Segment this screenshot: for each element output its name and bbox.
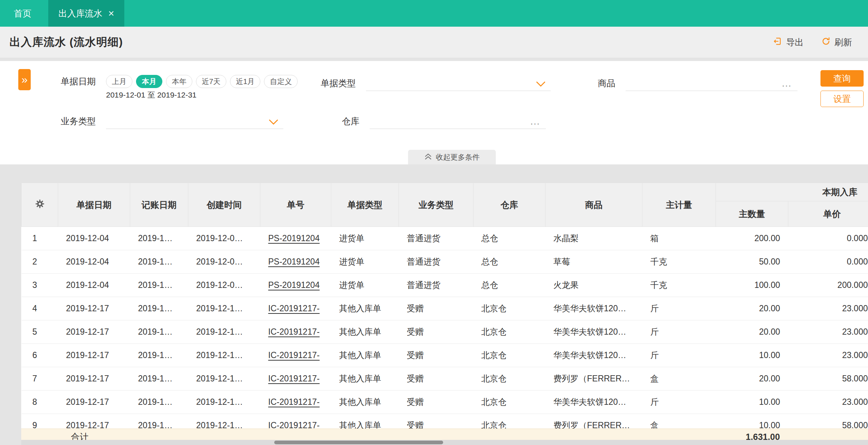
collapse-filters-button[interactable]: 收起更多条件 xyxy=(408,150,496,164)
col-header-doc-no[interactable]: 单号 xyxy=(260,183,331,227)
cell-biz-type: 受赠 xyxy=(399,367,473,391)
close-tab-icon[interactable]: × xyxy=(108,8,114,19)
cell-product: 草莓 xyxy=(546,250,642,274)
doc-no-link[interactable]: IC-20191217- xyxy=(260,344,331,367)
doc-no-link[interactable]: IC-20191217- xyxy=(260,320,331,344)
cell-product: 华美华夫软饼120… xyxy=(546,320,642,344)
cell-created-time: 2019-12-1… xyxy=(188,367,260,391)
col-header-created[interactable]: 创建时间 xyxy=(188,183,260,227)
cell-price: 58.000 xyxy=(788,367,868,391)
export-button[interactable]: 导出 xyxy=(773,37,804,48)
column-settings-button[interactable] xyxy=(22,183,58,227)
horizontal-scrollbar[interactable] xyxy=(21,440,868,445)
col-header-book-date[interactable]: 记账日期 xyxy=(130,183,188,227)
gear-icon xyxy=(35,199,45,209)
expand-sidebar-button[interactable]: » xyxy=(18,69,31,90)
cell-warehouse: 北京仓 xyxy=(473,297,546,320)
table-row[interactable]: 7 2019-12-17 2019-1… 2019-12-1… IC-20191… xyxy=(22,367,868,391)
col-header-qty[interactable]: 主数量 xyxy=(716,201,788,227)
cell-biz-type: 普通进货 xyxy=(399,227,473,250)
date-range-value[interactable]: 2019-12-01 至 2019-12-31 xyxy=(106,90,298,100)
doc-no-link[interactable]: IC-20191217- xyxy=(260,391,331,414)
filter-panel: » 单据日期 上月本月本年近7天近1月自定义 2019-12-01 至 2019… xyxy=(0,61,868,164)
warehouse-label: 仓库 xyxy=(342,115,359,127)
cell-qty: 100.00 xyxy=(716,274,788,297)
cell-book-date: 2019-1… xyxy=(130,344,188,367)
tab-inout-flow[interactable]: 出入库流水 × xyxy=(48,0,124,27)
cell-doc-date: 2019-12-04 xyxy=(58,274,130,297)
col-header-biz-type[interactable]: 业务类型 xyxy=(399,183,473,227)
date-pill[interactable]: 自定义 xyxy=(264,75,298,88)
cell-product: 水晶梨 xyxy=(546,227,642,250)
refresh-label: 刷新 xyxy=(834,37,852,48)
col-header-unit[interactable]: 主计量 xyxy=(642,183,716,227)
cell-book-date: 2019-1… xyxy=(130,367,188,391)
col-header-product[interactable]: 商品 xyxy=(546,183,642,227)
flow-table: 单据日期 记账日期 创建时间 单号 单据类型 业务类型 仓库 商品 主计量 本期… xyxy=(21,183,868,437)
product-field: 商品 … xyxy=(598,76,797,91)
cell-warehouse: 北京仓 xyxy=(473,344,546,367)
product-more-icon[interactable]: … xyxy=(781,77,792,89)
col-header-warehouse[interactable]: 仓库 xyxy=(473,183,546,227)
cell-biz-type: 受赠 xyxy=(399,320,473,344)
doc-no-link[interactable]: PS-20191204 xyxy=(260,274,331,297)
table-row[interactable]: 6 2019-12-17 2019-1… 2019-12-1… IC-20191… xyxy=(22,344,868,367)
cell-unit: 千克 xyxy=(642,274,716,297)
table-row[interactable]: 1 2019-12-04 2019-1… 2019-12-0… PS-20191… xyxy=(22,227,868,250)
date-pill[interactable]: 近7天 xyxy=(196,75,226,88)
cell-created-time: 2019-12-1… xyxy=(188,391,260,414)
col-header-doc-date[interactable]: 单据日期 xyxy=(58,183,130,227)
biz-type-select[interactable] xyxy=(106,114,283,129)
cell-unit: 斤 xyxy=(642,391,716,414)
date-pill[interactable]: 本月 xyxy=(136,75,162,88)
cell-book-date: 2019-1… xyxy=(130,297,188,320)
cell-doc-date: 2019-12-17 xyxy=(58,391,130,414)
table-row[interactable]: 2 2019-12-04 2019-1… 2019-12-0… PS-20191… xyxy=(22,250,868,274)
warehouse-more-icon[interactable]: … xyxy=(530,115,541,127)
table-row[interactable]: 8 2019-12-17 2019-1… 2019-12-1… IC-20191… xyxy=(22,391,868,414)
row-number: 6 xyxy=(22,344,58,367)
product-input[interactable]: … xyxy=(626,76,797,91)
date-pill[interactable]: 本年 xyxy=(166,75,192,88)
doc-no-link[interactable]: PS-20191204 xyxy=(260,250,331,274)
settings-button[interactable]: 设置 xyxy=(820,91,864,107)
warehouse-field: 仓库 … xyxy=(342,114,546,129)
cell-doc-date: 2019-12-17 xyxy=(58,344,130,367)
refresh-button[interactable]: 刷新 xyxy=(821,37,852,48)
scrollbar-thumb[interactable] xyxy=(274,441,443,444)
cell-doc-date: 2019-12-04 xyxy=(58,227,130,250)
row-number: 8 xyxy=(22,391,58,414)
cell-created-time: 2019-12-0… xyxy=(188,274,260,297)
table-row[interactable]: 5 2019-12-17 2019-1… 2019-12-1… IC-20191… xyxy=(22,320,868,344)
doc-no-link[interactable]: IC-20191217- xyxy=(260,297,331,320)
title-actions: 导出 刷新 xyxy=(773,37,852,48)
table-row[interactable]: 4 2019-12-17 2019-1… 2019-12-1… IC-20191… xyxy=(22,297,868,320)
col-header-doc-type[interactable]: 单据类型 xyxy=(331,183,399,227)
col-header-price[interactable]: 单价 xyxy=(788,201,868,227)
tab-home[interactable]: 首页 xyxy=(4,0,41,27)
date-pill[interactable]: 上月 xyxy=(106,75,132,88)
doc-no-link[interactable]: IC-20191217- xyxy=(260,367,331,391)
cell-unit: 盒 xyxy=(642,367,716,391)
doc-no-link[interactable]: PS-20191204 xyxy=(260,227,331,250)
table-row[interactable]: 3 2019-12-04 2019-1… 2019-12-0… PS-20191… xyxy=(22,274,868,297)
doc-type-select[interactable] xyxy=(366,76,551,91)
cell-qty: 10.00 xyxy=(716,344,788,367)
chevron-down-icon[interactable] xyxy=(536,81,546,88)
query-button[interactable]: 查询 xyxy=(820,70,864,87)
flow-table-panel: 单据日期 记账日期 创建时间 单号 单据类型 业务类型 仓库 商品 主计量 本期… xyxy=(21,183,868,445)
cell-product: 华美华夫软饼120… xyxy=(546,297,642,320)
collapse-filters-label: 收起更多条件 xyxy=(436,152,480,162)
date-pill[interactable]: 近1月 xyxy=(230,75,260,88)
export-label: 导出 xyxy=(786,37,804,48)
cell-biz-type: 受赠 xyxy=(399,344,473,367)
warehouse-input[interactable]: … xyxy=(370,114,546,129)
cell-qty: 20.00 xyxy=(716,297,788,320)
cell-biz-type: 普通进货 xyxy=(399,250,473,274)
refresh-icon xyxy=(821,37,831,48)
chevron-down-icon[interactable] xyxy=(269,119,278,126)
doc-date-filter: 单据日期 上月本月本年近7天近1月自定义 2019-12-01 至 2019-1… xyxy=(61,75,298,100)
cell-product: 华美华夫软饼120… xyxy=(546,391,642,414)
cell-doc-type: 进货单 xyxy=(331,250,399,274)
cell-qty: 50.00 xyxy=(716,250,788,274)
